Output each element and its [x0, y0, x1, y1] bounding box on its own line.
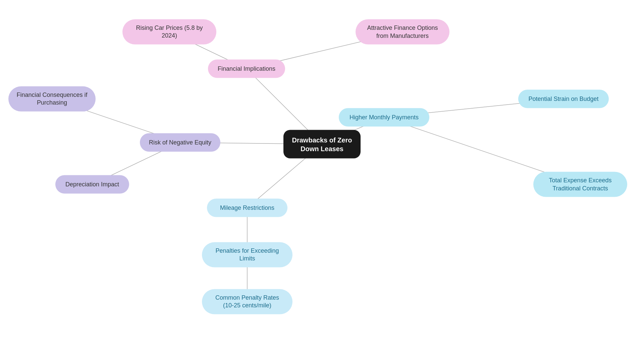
mindmap-container: Drawbacks of Zero Down LeasesFinancial I…: [0, 0, 644, 363]
node-mileage-restrictions: Mileage Restrictions: [207, 199, 287, 217]
node-common-penalty: Common Penalty Rates (10-25 cents/mile): [202, 289, 292, 314]
node-total-expense: Total Expense Exceeds Traditional Contra…: [533, 172, 627, 197]
node-depreciation-impact: Depreciation Impact: [55, 175, 129, 194]
center-node: Drawbacks of Zero Down Leases: [283, 130, 361, 159]
node-rising-car-prices: Rising Car Prices (5.8 by 2024): [122, 19, 216, 45]
node-penalties-exceeding: Penalties for Exceeding Limits: [202, 242, 292, 267]
node-risk-negative-equity: Risk of Negative Equity: [140, 133, 220, 152]
node-financial-implications: Financial Implications: [208, 60, 285, 78]
node-higher-monthly: Higher Monthly Payments: [339, 108, 429, 127]
node-attractive-finance: Attractive Finance Options from Manufact…: [356, 19, 449, 45]
node-financial-consequences: Financial Consequences if Purchasing: [8, 86, 96, 112]
node-potential-strain: Potential Strain on Budget: [518, 90, 609, 108]
